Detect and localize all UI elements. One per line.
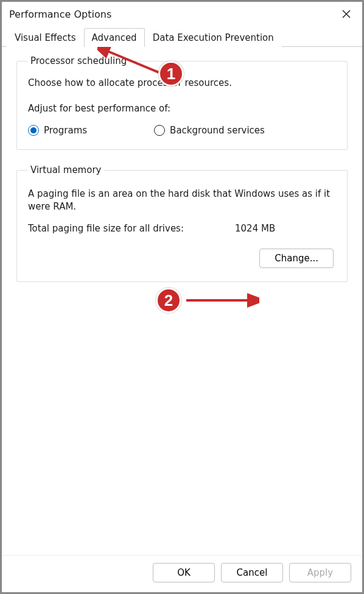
tab-data-execution-prevention[interactable]: Data Execution Prevention: [145, 28, 282, 47]
apply-button[interactable]: Apply: [289, 563, 351, 582]
radio-background-label: Background services: [170, 125, 265, 136]
close-icon: [341, 9, 351, 19]
adjust-performance-label: Adjust for best performance of:: [28, 103, 336, 114]
radio-programs[interactable]: Programs: [28, 125, 87, 136]
radio-icon: [154, 125, 165, 136]
window-title: Performance Options: [9, 9, 335, 20]
close-button[interactable]: [335, 5, 357, 23]
paging-size-value: 1024 MB: [235, 223, 275, 234]
radio-programs-label: Programs: [44, 125, 87, 136]
tab-advanced[interactable]: Advanced: [84, 28, 145, 47]
processor-scheduling-group: Processor scheduling Choose how to alloc…: [16, 55, 348, 150]
paging-size-label: Total paging file size for all drives:: [28, 223, 235, 234]
virtual-memory-desc: A paging file is an area on the hard dis…: [28, 188, 336, 213]
tab-visual-effects[interactable]: Visual Effects: [7, 28, 84, 47]
tab-content: Processor scheduling Choose how to alloc…: [2, 47, 362, 555]
tab-strip: Visual Effects Advanced Data Execution P…: [2, 26, 362, 47]
ok-button[interactable]: OK: [153, 563, 215, 582]
dialog-footer: OK Cancel Apply: [2, 555, 362, 592]
radio-background-services[interactable]: Background services: [154, 125, 265, 136]
virtual-memory-group: Virtual memory A paging file is an area …: [16, 164, 348, 282]
change-button[interactable]: Change...: [259, 249, 334, 268]
cancel-button[interactable]: Cancel: [221, 563, 283, 582]
processor-scheduling-desc: Choose how to allocate processor resourc…: [28, 77, 336, 88]
titlebar: Performance Options: [2, 2, 362, 25]
virtual-memory-legend: Virtual memory: [28, 164, 103, 175]
radio-icon: [28, 125, 39, 136]
processor-scheduling-legend: Processor scheduling: [28, 55, 129, 66]
performance-options-dialog: Performance Options Visual Effects Advan…: [1, 1, 363, 593]
paging-size-row: Total paging file size for all drives: 1…: [28, 223, 336, 234]
processor-radio-group: Programs Background services: [28, 125, 336, 136]
